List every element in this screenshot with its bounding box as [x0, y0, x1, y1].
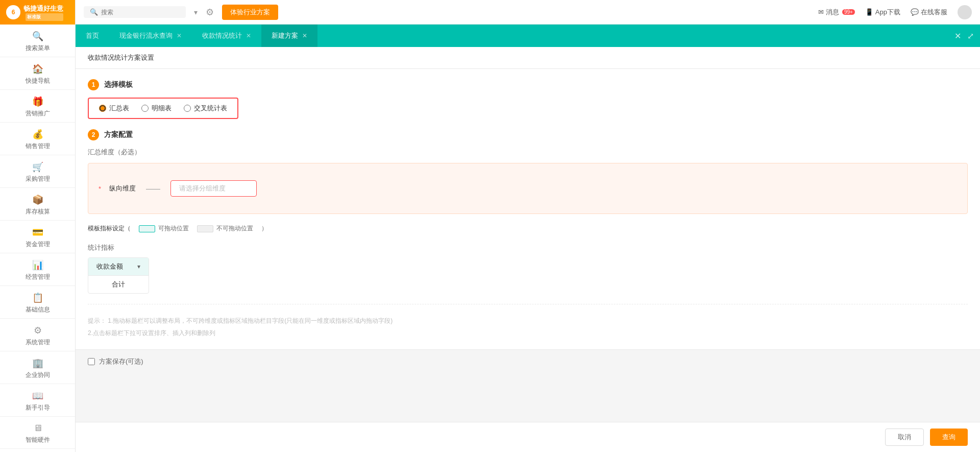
footer-bar: 取消 查询: [76, 422, 980, 452]
radio-detail[interactable]: 明细表: [141, 104, 172, 113]
sidebar-item-operations[interactable]: 📊 经营管理: [0, 253, 75, 286]
tab-bank-flow[interactable]: 现金银行流水查询 ✕: [109, 25, 192, 47]
step2-label: 2 方案配置: [88, 129, 968, 140]
sidebar-item-basic-info[interactable]: 📋 基础信息: [0, 286, 75, 319]
metrics-header: 收款金额 ▾: [88, 258, 149, 276]
system-icon: ⚙: [34, 325, 42, 336]
content-area: 1 选择模板 汇总表 明细表 交叉统计表: [76, 69, 980, 349]
sidebar: 6 畅捷通好生意 标准版 🔍 搜索菜单 🏠 快捷导航 🎁 营销推广 💰 销售管理…: [0, 0, 76, 452]
sidebar-item-finance[interactable]: 💳 资金管理: [0, 221, 75, 253]
sidebar-item-sales[interactable]: 💰 销售管理: [0, 123, 75, 155]
tips-area: 提示： 1.拖动标题栏可以调整布局，不可跨维度或指标区域拖动栏目字段(只能在同一…: [88, 304, 968, 339]
tabbar: 首页 现金银行流水查询 ✕ 收款情况统计 ✕ 新建方案 ✕ ✕ ⤢: [76, 25, 980, 47]
step2-section: 2 方案配置 汇总维度（必选） * 纵向维度 —— 请选择分组维度: [88, 129, 968, 339]
sidebar-item-system[interactable]: ⚙ 系统管理: [0, 319, 75, 351]
sidebar-nav: 🔍 搜索菜单 🏠 快捷导航 🎁 营销推广 💰 销售管理 🛒 采购管理 📦 库存核…: [0, 25, 75, 452]
sidebar-item-label: 搜索菜单: [26, 44, 50, 53]
tab-collection-stat[interactable]: 收款情况统计 ✕: [192, 25, 261, 47]
inventory-icon: 📦: [32, 194, 43, 205]
app-logo: 6 畅捷通好生意 标准版: [0, 0, 75, 25]
radio-detail-input[interactable]: [141, 105, 149, 112]
industry-btn[interactable]: 体验行业方案: [222, 5, 278, 20]
message-btn[interactable]: ✉ 消息 99+: [818, 8, 855, 17]
search-icon: 🔍: [90, 8, 98, 16]
service-icon: 💬: [911, 8, 919, 16]
tab-close-bank-flow[interactable]: ✕: [177, 32, 182, 39]
dimension-selector[interactable]: 请选择分组维度: [170, 180, 257, 197]
sidebar-item-label: 新手引导: [26, 403, 50, 412]
search-box[interactable]: 🔍: [84, 6, 186, 18]
radio-summary-input[interactable]: [99, 105, 106, 112]
sidebar-item-guide[interactable]: 📖 新手引导: [0, 384, 75, 417]
step2-title: 方案配置: [104, 130, 133, 139]
sidebar-item-label: 经营管理: [26, 273, 50, 281]
sidebar-item-label: 资金管理: [26, 240, 50, 249]
draggable-legend-box: [139, 225, 155, 232]
sidebar-item-purchase[interactable]: 🛒 采购管理: [0, 155, 75, 188]
arrow: ——: [146, 184, 160, 193]
step1-section: 1 选择模板 汇总表 明细表 交叉统计表: [88, 79, 968, 119]
topbar: 🔍 ▾ ⚙ 体验行业方案 ✉ 消息 99+ 📱 App下载 💬 在线客服: [76, 0, 980, 25]
template-selector: 汇总表 明细表 交叉统计表: [88, 98, 238, 119]
step1-number: 1: [88, 79, 99, 90]
dimension-row: * 纵向维度 —— 请选择分组维度: [99, 180, 257, 197]
metrics-table: 收款金额 ▾ 合计: [88, 257, 149, 294]
download-btn[interactable]: 📱 App下载: [865, 8, 900, 17]
dropdown-button[interactable]: ▾: [194, 8, 198, 16]
legend-draggable: 可拖动位置: [139, 224, 189, 233]
sidebar-item-smart-hw[interactable]: 🖥 智能硬件: [0, 417, 75, 449]
search-input[interactable]: [101, 9, 173, 16]
close-window-icon[interactable]: ✕: [954, 31, 961, 41]
page-content: 收款情况统计方案设置 1 选择模板 汇总表 明细表: [76, 47, 980, 422]
sidebar-item-label: 营销推广: [26, 109, 50, 118]
search-menu-icon: 🔍: [32, 31, 43, 42]
main-area: 🔍 ▾ ⚙ 体验行业方案 ✉ 消息 99+ 📱 App下载 💬 在线客服: [76, 0, 980, 452]
cancel-button[interactable]: 取消: [885, 429, 924, 446]
sidebar-item-label: 采购管理: [26, 175, 50, 183]
sidebar-item-wechat[interactable]: 💬 企业微信: [0, 449, 75, 452]
operations-icon: 📊: [32, 259, 43, 271]
breadcrumb: 收款情况统计方案设置: [88, 54, 154, 61]
tab-close-new-plan[interactable]: ✕: [302, 32, 307, 39]
guide-icon: 📖: [32, 390, 43, 401]
gear-icon[interactable]: ⚙: [206, 7, 214, 18]
query-button[interactable]: 查询: [930, 429, 968, 446]
tab-close-collection-stat[interactable]: ✕: [246, 32, 251, 39]
required-star: *: [99, 185, 101, 193]
maximize-icon[interactable]: ⤢: [967, 31, 974, 41]
logo-icon: 6: [6, 5, 20, 19]
sidebar-item-marketing[interactable]: 🎁 营销推广: [0, 90, 75, 123]
radio-summary[interactable]: 汇总表: [99, 104, 129, 113]
metrics-section-label: 统计指标: [88, 243, 968, 252]
sidebar-item-enterprise[interactable]: 🏢 企业协同: [0, 351, 75, 384]
sidebar-item-label: 快捷导航: [26, 77, 50, 85]
save-option: 方案保存(可选): [76, 349, 980, 373]
tab-new-plan[interactable]: 新建方案 ✕: [261, 25, 317, 47]
tabbar-controls: ✕ ⤢: [948, 25, 980, 47]
message-icon: ✉: [818, 8, 824, 16]
enterprise-icon: 🏢: [32, 358, 43, 369]
radio-cross-input[interactable]: [184, 105, 191, 112]
radio-cross[interactable]: 交叉统计表: [184, 104, 227, 113]
message-badge: 99+: [842, 9, 855, 15]
vertical-dimension-label: 纵向维度: [109, 184, 136, 193]
step1-label: 1 选择模板: [88, 79, 968, 90]
user-avatar[interactable]: [958, 5, 972, 19]
smart-hw-icon: 🖥: [33, 423, 42, 434]
sidebar-item-quick-nav[interactable]: 🏠 快捷导航: [0, 57, 75, 90]
static-legend-box: [197, 225, 213, 232]
service-btn[interactable]: 💬 在线客服: [911, 8, 947, 17]
metrics-chevron[interactable]: ▾: [137, 263, 140, 270]
tips-line1: 提示： 1.拖动标题栏可以调整布局，不可跨维度或指标区域拖动栏目字段(只能在同一…: [88, 315, 968, 327]
tab-home[interactable]: 首页: [76, 25, 109, 47]
metrics-legend: 模板指标设定（ 可拖动位置 不可拖动位置 ）: [88, 224, 968, 233]
sidebar-item-inventory[interactable]: 📦 库存核算: [0, 188, 75, 221]
save-checkbox[interactable]: [88, 358, 95, 365]
marketing-icon: 🎁: [32, 96, 43, 107]
sales-icon: 💰: [32, 129, 43, 140]
step2-number: 2: [88, 129, 99, 140]
topbar-right: ✉ 消息 99+ 📱 App下载 💬 在线客服: [818, 5, 972, 19]
metrics-section: 统计指标 收款金额 ▾ 合计: [88, 243, 968, 294]
sidebar-item-search-menu[interactable]: 🔍 搜索菜单: [0, 25, 75, 57]
step1-title: 选择模板: [104, 80, 133, 89]
